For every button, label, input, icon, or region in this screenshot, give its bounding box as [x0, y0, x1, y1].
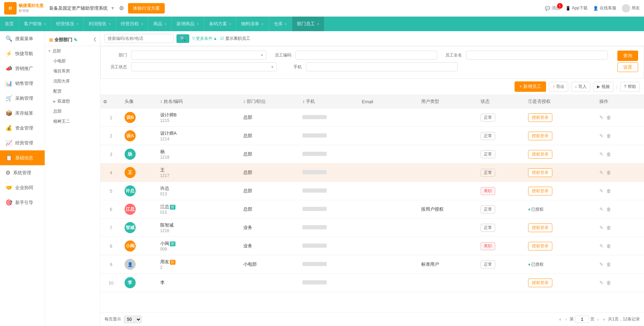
close-icon[interactable]: ×	[44, 22, 46, 26]
trial-button[interactable]: 体验行业方案	[128, 3, 165, 14]
edit-icon[interactable]: ✎	[599, 151, 604, 157]
delete-icon[interactable]: 🗑	[606, 206, 611, 212]
search-button[interactable]: 🔍	[176, 34, 189, 43]
col-settings[interactable]: ⚙	[100, 95, 122, 108]
show-resigned-checkbox[interactable]: ☑ 显示离职员工	[220, 36, 250, 42]
sidebar-item-system[interactable]: ⚙ 系统管理	[0, 165, 45, 180]
tab-dept-staff[interactable]: 部门员工×	[292, 17, 324, 31]
edit-icon[interactable]: ✎	[599, 243, 604, 249]
delete-icon[interactable]: 🗑	[606, 133, 611, 139]
prev-page-button[interactable]: ‹	[564, 317, 568, 322]
sidebar-item-purchase[interactable]: 🛒 采购管理	[0, 91, 45, 106]
sidebar-item-business[interactable]: 📈 经营管理	[0, 135, 45, 150]
tab-add-goods[interactable]: 新增商品×	[172, 17, 204, 31]
close-icon[interactable]: ×	[109, 22, 111, 26]
page-number-input[interactable]	[575, 316, 589, 323]
settings-button[interactable]: ⚙	[118, 3, 125, 13]
auth-button[interactable]: 授权登录	[528, 223, 552, 232]
tab-customer[interactable]: 客户联络×	[19, 17, 51, 31]
first-page-button[interactable]: «	[558, 317, 563, 322]
delete-icon[interactable]: 🗑	[606, 170, 611, 175]
tab-operation[interactable]: 经营情况×	[51, 17, 83, 31]
dept-select[interactable]	[131, 51, 266, 60]
app-download-button[interactable]: 📱 App下载	[565, 5, 588, 11]
delete-icon[interactable]: 🗑	[606, 115, 611, 120]
sidebar-item-collab[interactable]: 🤝 企业协同	[0, 180, 45, 195]
auth-button[interactable]: 授权登录	[528, 132, 552, 140]
video-button[interactable]: ▶ 视频	[593, 82, 614, 92]
dept-edit-icon[interactable]: ✎	[74, 37, 78, 43]
dept-node-small-elec[interactable]: 小电部	[48, 56, 100, 66]
close-icon[interactable]: ×	[229, 22, 231, 26]
sidebar-item-guide[interactable]: 🎯 新手引导	[0, 195, 45, 210]
delete-icon[interactable]: 🗑	[606, 243, 611, 249]
dept-node-distribution[interactable]: 配货	[48, 86, 100, 96]
dept-node-project[interactable]: 项目库房	[48, 66, 100, 76]
query-button[interactable]: 查询	[617, 51, 638, 61]
export-button[interactable]: ↑ 导出	[549, 82, 568, 92]
emp-name-input[interactable]	[466, 51, 608, 60]
tab-profit[interactable]: 利润报告×	[84, 17, 116, 31]
edit-icon[interactable]: ✎	[599, 280, 604, 285]
tab-history[interactable]: 经营历程×	[116, 17, 148, 31]
sidebar-item-marketing[interactable]: 📣 营销推广	[0, 61, 45, 76]
edit-icon[interactable]: ✎	[599, 133, 604, 139]
tab-home[interactable]: 首页	[0, 17, 19, 31]
sidebar-item-finance[interactable]: 💰 资金管理	[0, 121, 45, 135]
import-button[interactable]: ↓ 导入	[571, 82, 590, 92]
auth-button[interactable]: 授权登录	[528, 187, 552, 195]
delete-icon[interactable]: 🗑	[606, 225, 611, 230]
dept-node-general[interactable]: ▼ 总部	[45, 46, 100, 56]
help-button[interactable]: ? 帮助	[620, 82, 640, 92]
sidebar-item-basic[interactable]: 📋 基础信息	[0, 150, 45, 165]
user-menu[interactable]: 用友	[622, 4, 640, 12]
auth-button[interactable]: 授权登录	[528, 113, 552, 122]
tab-warehouse[interactable]: 仓库×	[269, 17, 292, 31]
close-icon[interactable]: ×	[141, 22, 143, 26]
auth-button[interactable]: 授权登录	[528, 168, 552, 177]
edit-icon[interactable]: ✎	[599, 170, 604, 175]
search-input[interactable]	[105, 34, 174, 43]
edit-icon[interactable]: ✎	[599, 115, 604, 120]
edit-icon[interactable]: ✎	[599, 188, 604, 194]
col-name-code[interactable]: ↕ 姓名/编码	[157, 95, 241, 108]
tab-bom[interactable]: 物料清单×	[236, 17, 269, 31]
dropdown-arrow-icon[interactable]: ▼	[110, 6, 115, 11]
close-icon[interactable]: ×	[261, 22, 263, 26]
dept-node-shenyang[interactable]: 沈阳大库	[48, 76, 100, 86]
dept-collapse-icon[interactable]: 《	[91, 37, 96, 43]
emp-status-select[interactable]	[131, 62, 277, 71]
col-dept-position[interactable]: ↕ 部门/职位	[241, 95, 300, 108]
sidebar-item-quicknav[interactable]: ⚡ 快捷导航	[0, 46, 45, 61]
sidebar-item-search[interactable]: 🔍 搜索菜单	[0, 31, 45, 46]
auth-button[interactable]: 授权登录	[528, 242, 552, 250]
close-icon[interactable]: ×	[164, 22, 166, 26]
last-page-button[interactable]: »	[601, 317, 607, 322]
per-page-select[interactable]: 50 100	[124, 316, 142, 323]
online-service-button[interactable]: 👤 在线客服	[593, 5, 616, 11]
close-icon[interactable]: ×	[317, 22, 319, 26]
edit-icon[interactable]: ✎	[599, 206, 604, 212]
phone-input[interactable]	[306, 62, 458, 71]
delete-icon[interactable]: 🗑	[606, 188, 611, 194]
col-phone[interactable]: ↕ 手机	[300, 95, 359, 108]
dept-node-hq[interactable]: 总部	[48, 106, 100, 116]
next-page-button[interactable]: ›	[596, 317, 600, 322]
sidebar-item-sales[interactable]: 📊 销售管理	[0, 76, 45, 91]
auth-button[interactable]: 授权登录	[528, 279, 552, 287]
tab-goods[interactable]: 商品×	[148, 17, 172, 31]
dept-node-plant[interactable]: 植树王二	[48, 116, 100, 126]
delete-icon[interactable]: 🗑	[606, 280, 611, 285]
delete-icon[interactable]: 🗑	[606, 151, 611, 157]
add-employee-button[interactable]: + 新增员工	[515, 81, 546, 92]
emp-code-input[interactable]	[296, 51, 437, 60]
tab-barcode[interactable]: 条码方案×	[204, 17, 236, 31]
close-icon[interactable]: ×	[76, 22, 78, 26]
edit-icon[interactable]: ✎	[599, 262, 604, 267]
more-conditions-toggle[interactable]: ▽ 更多条件 ▲	[192, 36, 217, 42]
dept-node-double[interactable]: ▶ 双虚想	[48, 96, 100, 106]
delete-icon[interactable]: 🗑	[606, 262, 611, 267]
close-icon[interactable]: ×	[285, 22, 287, 26]
auth-button[interactable]: 授权登录	[528, 150, 552, 159]
set-button[interactable]: 设置	[617, 62, 638, 72]
